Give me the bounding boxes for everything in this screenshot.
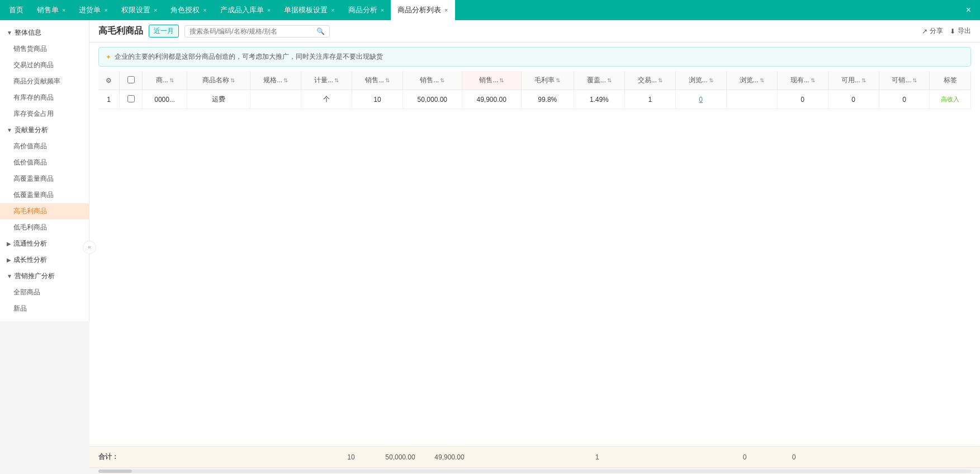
sidebar: ▼ 整体信息 销售货商品 交易过的商品 商品分贡献频率 有库存的商品 库存资金占… xyxy=(0,20,89,321)
sidebar-item-all-goods[interactable]: 全部商品 xyxy=(0,284,89,301)
share-button[interactable]: ↗ 分享 xyxy=(922,26,943,36)
sidebar-collapse-button[interactable]: « xyxy=(83,241,96,254)
tab-home[interactable]: 首页 xyxy=(2,0,30,20)
close-tab-analysis-list[interactable]: × xyxy=(444,7,448,13)
table-container[interactable]: ⚙ 商...⇅ 商品名称⇅ 规格...⇅ 计量...⇅ 销售...⇅ 销售...… xyxy=(89,71,980,446)
sidebar-item-low-value[interactable]: 低价值商品 xyxy=(0,154,89,171)
select-all-checkbox[interactable] xyxy=(127,76,135,83)
tab-permissions[interactable]: 权限设置 × xyxy=(115,0,164,20)
tab-template[interactable]: 单据模板设置 × xyxy=(277,0,341,20)
footer-stock1: 0 xyxy=(722,453,767,461)
col-stock1[interactable]: 现有...⇅ xyxy=(777,71,828,90)
sidebar-item-contribution-rate[interactable]: 商品分贡献频率 xyxy=(0,73,89,90)
sort-icon-3: ⇅ xyxy=(283,77,288,83)
col-trade-count[interactable]: 交易...⇅ xyxy=(624,71,675,90)
close-tab-purchase[interactable]: × xyxy=(104,7,107,13)
sidebar-item-high-value[interactable]: 高价值商品 xyxy=(0,138,89,154)
arrow-icon: ▼ xyxy=(7,30,12,36)
sidebar-item-high-margin[interactable]: 高毛利商品 xyxy=(0,203,89,219)
table-header-row: ⚙ 商...⇅ 商品名称⇅ 规格...⇅ 计量...⇅ 销售...⇅ 销售...… xyxy=(98,71,971,90)
tab-analysis-list[interactable]: 商品分析列表 × xyxy=(391,0,455,20)
arrow-icon-4: ▶ xyxy=(7,257,11,263)
sort-icon-7: ⇅ xyxy=(499,77,504,83)
col-stock2[interactable]: 可用...⇅ xyxy=(828,71,879,90)
close-tab-stock-in[interactable]: × xyxy=(267,7,271,13)
close-tab-roles[interactable]: × xyxy=(203,7,206,13)
tab-analysis[interactable]: 商品分析 × xyxy=(342,0,391,20)
window-close-button[interactable]: × xyxy=(959,5,978,15)
close-tab-template[interactable]: × xyxy=(331,7,334,13)
col-name[interactable]: 商品名称⇅ xyxy=(187,71,250,90)
cell-code: 0000... xyxy=(143,90,187,109)
main-header: 高毛利商品 近一月 🔍 ↗ 分享 ⬇ 导出 xyxy=(89,20,980,43)
footer-sales-amt2: 49,900.00 xyxy=(427,453,472,461)
sidebar-item-in-stock[interactable]: 有库存的商品 xyxy=(0,90,89,106)
header-actions: ↗ 分享 ⬇ 导出 xyxy=(922,26,971,36)
col-code[interactable]: 商...⇅ xyxy=(143,71,187,90)
col-gross-rate[interactable]: 毛利率⇅ xyxy=(521,71,574,90)
cell-browse1[interactable]: 0 xyxy=(675,90,726,109)
tab-purchase[interactable]: 进货单 × xyxy=(72,0,114,20)
arrow-icon-5: ▼ xyxy=(7,273,12,279)
sort-icon-4: ⇅ xyxy=(334,77,339,83)
table-footer: 合计： 10 50,000.00 49,900.00 1 0 0 xyxy=(89,446,980,467)
sidebar-group-growth[interactable]: ▶ 成长性分析 xyxy=(0,252,89,268)
search-input[interactable] xyxy=(190,27,316,35)
col-tag[interactable]: 标签 xyxy=(930,71,971,90)
close-tab-sales[interactable]: × xyxy=(62,7,65,13)
sidebar-group-liquidity[interactable]: ▶ 流通性分析 xyxy=(0,236,89,252)
sidebar-item-low-coverage[interactable]: 低覆盖量商品 xyxy=(0,187,89,203)
scrollbar-thumb[interactable] xyxy=(98,470,132,473)
sidebar-item-stock-capital[interactable]: 库存资金占用 xyxy=(0,106,89,122)
sort-icon-13: ⇅ xyxy=(811,77,815,83)
col-sales-amt1[interactable]: 销售...⇅ xyxy=(403,71,462,90)
cell-sales-amt2: 49,900.00 xyxy=(462,90,521,109)
footer-trade-count: 1 xyxy=(575,453,619,461)
sidebar-item-new-goods[interactable]: 新品 xyxy=(0,301,89,317)
scrollbar-track[interactable] xyxy=(98,470,971,473)
sort-icon-5: ⇅ xyxy=(385,77,390,83)
search-icon[interactable]: 🔍 xyxy=(316,27,325,35)
cell-checkbox[interactable] xyxy=(119,90,142,109)
col-browse1[interactable]: 浏览...⇅ xyxy=(675,71,726,90)
sidebar-item-low-margin[interactable]: 低毛利商品 xyxy=(0,219,89,236)
arrow-icon-3: ▶ xyxy=(7,241,11,247)
sort-icon-11: ⇅ xyxy=(709,77,713,83)
close-tab-analysis[interactable]: × xyxy=(381,7,384,13)
col-coverage[interactable]: 覆盖...⇅ xyxy=(574,71,624,90)
col-browse2[interactable]: 浏览...⇅ xyxy=(726,71,777,90)
sidebar-item-traded-goods[interactable]: 交易过的商品 xyxy=(0,57,89,73)
tab-stock-in[interactable]: 产成品入库单 × xyxy=(214,0,277,20)
filter-button[interactable]: 近一月 xyxy=(149,25,179,37)
settings-icon: ⚙ xyxy=(106,77,112,85)
horizontal-scrollbar[interactable] xyxy=(89,467,980,474)
sidebar-group-marketing[interactable]: ▼ 营销推广分析 xyxy=(0,268,89,284)
tab-sales[interactable]: 销售单 × xyxy=(30,0,72,20)
col-unit[interactable]: 计量...⇅ xyxy=(301,71,352,90)
sidebar-item-sales-goods[interactable]: 销售货商品 xyxy=(0,41,89,57)
footer-sales-qty: 10 xyxy=(329,453,373,461)
sort-icon: ⇅ xyxy=(169,77,174,83)
row-checkbox[interactable] xyxy=(127,95,135,102)
tab-roles[interactable]: 角色授权 × xyxy=(164,0,213,20)
col-stock3[interactable]: 可销...⇅ xyxy=(879,71,930,90)
col-spec[interactable]: 规格...⇅ xyxy=(250,71,301,90)
cell-no: 1 xyxy=(98,90,119,109)
share-icon: ↗ xyxy=(922,27,927,35)
sidebar-item-high-coverage[interactable]: 高覆盖量商品 xyxy=(0,171,89,187)
export-button[interactable]: ⬇ 导出 xyxy=(950,26,971,36)
export-icon: ⬇ xyxy=(950,27,955,35)
sidebar-group-contribution[interactable]: ▼ 贡献量分析 xyxy=(0,122,89,138)
cell-name: 运费 xyxy=(187,90,250,109)
col-settings[interactable]: ⚙ xyxy=(98,71,119,90)
col-checkbox[interactable] xyxy=(119,71,142,90)
sort-icon-12: ⇅ xyxy=(760,77,764,83)
sidebar-group-overall[interactable]: ▼ 整体信息 xyxy=(0,25,89,41)
sort-icon-6: ⇅ xyxy=(440,77,444,83)
close-tab-permissions[interactable]: × xyxy=(154,7,157,13)
cell-stock2: 0 xyxy=(828,90,879,109)
col-sales-qty[interactable]: 销售...⇅ xyxy=(352,71,403,90)
footer-stock2: 0 xyxy=(771,453,816,461)
sort-icon-2: ⇅ xyxy=(230,77,235,83)
col-sales-amt2[interactable]: 销售...⇅ xyxy=(462,71,521,90)
